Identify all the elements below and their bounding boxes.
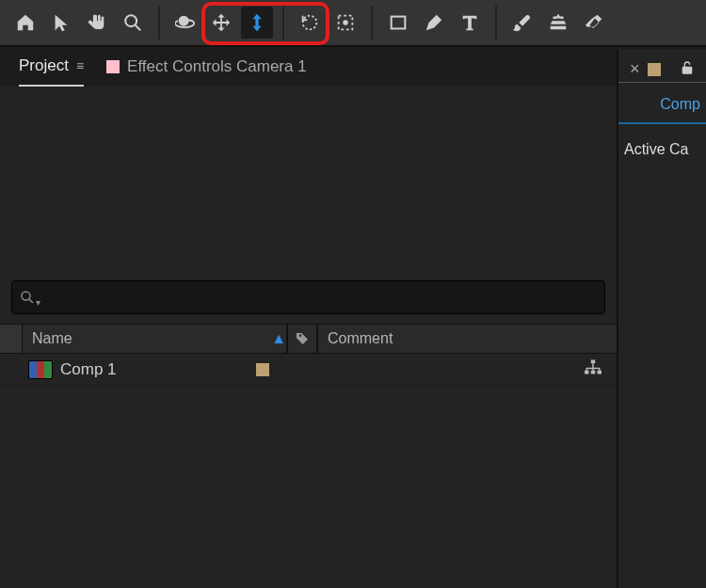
tab-effect-controls-label: Effect Controls Camera 1 (127, 57, 307, 76)
svg-point-6 (22, 292, 30, 300)
flowchart-icon[interactable] (585, 359, 602, 379)
anchor-point-tool-icon[interactable] (329, 7, 361, 39)
pan-camera-tool-icon[interactable] (205, 7, 237, 39)
search-icon (19, 289, 36, 306)
brush-tool-icon[interactable] (506, 7, 538, 39)
svg-rect-5 (392, 17, 406, 29)
svg-rect-10 (598, 371, 602, 374)
home-icon[interactable] (9, 7, 41, 39)
svg-rect-9 (591, 371, 596, 374)
orbit-camera-tool-icon[interactable] (169, 7, 201, 39)
pen-tool-icon[interactable] (418, 7, 450, 39)
svg-point-0 (125, 15, 136, 26)
type-tool-icon[interactable] (454, 7, 486, 39)
zoom-tool-icon[interactable] (117, 7, 149, 39)
search-dropdown-caret-icon[interactable]: ▾ (36, 297, 40, 308)
project-search[interactable]: ▾ (11, 280, 605, 314)
toolbar-divider (495, 6, 497, 40)
project-item-label-chip[interactable] (256, 363, 269, 376)
column-label[interactable] (288, 331, 316, 346)
sort-ascending-icon[interactable]: ▲ (271, 330, 286, 347)
toolbar-divider (158, 6, 160, 40)
layer-color-swatch (106, 60, 120, 73)
panel-menu-icon[interactable]: ≡ (76, 58, 84, 73)
composition-icon (28, 360, 53, 379)
active-camera-label: Active Ca (624, 141, 688, 157)
tab-effect-controls[interactable]: Effect Controls Camera 1 (106, 57, 307, 86)
column-name-label: Name (32, 330, 72, 347)
svg-rect-8 (585, 371, 589, 374)
svg-point-2 (303, 16, 317, 30)
clone-stamp-tool-icon[interactable] (542, 7, 574, 39)
column-name[interactable]: Name ▲ (23, 330, 286, 347)
svg-point-1 (180, 17, 188, 25)
svg-point-4 (344, 21, 347, 24)
svg-rect-7 (591, 360, 596, 364)
column-comment[interactable]: Comment (318, 330, 393, 347)
tab-project-label: Project (19, 56, 69, 75)
project-item-row[interactable]: Comp 1 (0, 354, 617, 386)
project-panel: ▾ Name ▲ Comment Comp 1 (0, 87, 617, 588)
eraser-tool-icon[interactable] (578, 7, 610, 39)
lock-icon[interactable] (680, 60, 695, 79)
comp-color-swatch (648, 63, 661, 76)
rotation-tool-icon[interactable] (294, 7, 326, 39)
selection-tool-icon[interactable] (45, 7, 77, 39)
project-columns-header: Name ▲ Comment (0, 324, 617, 354)
tag-icon (295, 331, 310, 346)
rectangle-tool-icon[interactable] (382, 7, 414, 39)
project-item-name: Comp 1 (60, 360, 117, 379)
close-icon[interactable]: × (630, 59, 640, 79)
toolbar-divider (371, 6, 373, 40)
left-panel-tabs: Project ≡ Effect Controls Camera 1 (0, 47, 706, 87)
tab-project[interactable]: Project ≡ (19, 56, 84, 87)
dolly-camera-tool-icon[interactable] (241, 7, 273, 39)
svg-rect-11 (682, 67, 691, 73)
hand-tool-icon[interactable] (81, 7, 113, 39)
main-toolbar (0, 0, 706, 47)
column-handle[interactable] (0, 325, 23, 353)
tab-composition-label: Comp (660, 96, 700, 112)
project-search-input[interactable] (11, 280, 605, 314)
column-comment-label: Comment (328, 330, 393, 346)
tab-composition[interactable]: Comp (618, 83, 706, 124)
viewer-panel: × Comp Active Ca (617, 49, 706, 588)
toolbar-divider (282, 6, 284, 40)
